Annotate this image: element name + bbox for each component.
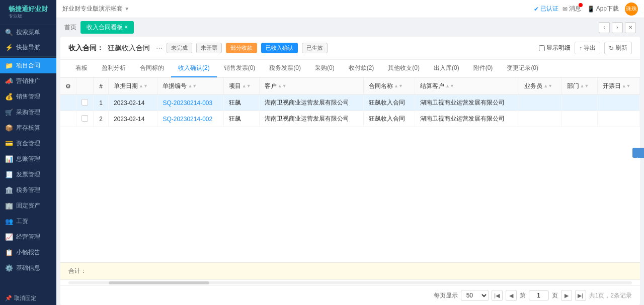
sidebar-item-marketing[interactable]: 📣 营销推广 bbox=[0, 73, 56, 89]
td-customer: 湖南卫视商业运营发展有限公司 bbox=[259, 111, 363, 127]
tab-sales-invoice[interactable]: 销售发票(0) bbox=[217, 60, 263, 77]
export-button[interactable]: ↑ 导出 bbox=[575, 42, 600, 54]
sort-contract-icon: ▲▼ bbox=[394, 84, 403, 88]
show-detail-checkbox[interactable] bbox=[539, 45, 545, 51]
refresh-button[interactable]: ↻ 刷新 bbox=[604, 42, 632, 54]
sidebar-item-inventory[interactable]: 📦 库存核算 bbox=[0, 120, 56, 136]
contract-title-label: 收入合同： bbox=[68, 44, 104, 53]
sidebar-item-fixed-assets[interactable]: 🏢 固定资产 bbox=[0, 198, 56, 214]
sidebar-item-label: 采购管理 bbox=[16, 108, 40, 117]
th-project[interactable]: 项目▲▼ bbox=[223, 78, 259, 95]
th-customer[interactable]: 客户▲▼ bbox=[259, 78, 363, 95]
horizontal-scrollbar[interactable] bbox=[60, 279, 640, 285]
th-date[interactable]: 单据日期▲▼ bbox=[109, 78, 157, 95]
sidebar-item-tax[interactable]: 🏛️ 税务管理 bbox=[0, 182, 56, 198]
unpin-icon: 📌 bbox=[5, 295, 12, 301]
operations-icon: 📈 bbox=[5, 233, 13, 241]
contract-kanban-tab-button[interactable]: 收入合同看板 × bbox=[80, 21, 134, 34]
breadcrumb-home[interactable]: 首页 bbox=[64, 23, 76, 32]
right-action-bar: 备注 bbox=[632, 148, 644, 158]
row-checkbox[interactable] bbox=[82, 115, 88, 122]
tab-other-income[interactable]: 其他收支(0) bbox=[381, 60, 427, 77]
td-contract-name: 狂飙收入合同 bbox=[364, 111, 415, 127]
td-salesperson bbox=[519, 95, 561, 111]
bill-no-link[interactable]: SQ-20230214-003 bbox=[163, 99, 212, 107]
per-page-label: 每页显示 bbox=[434, 291, 458, 300]
sidebar-item-search[interactable]: 🔍 搜索菜单 bbox=[0, 25, 56, 40]
tab-profit[interactable]: 盈利分析 bbox=[95, 60, 133, 77]
tab-payment[interactable]: 收付款(2) bbox=[342, 60, 381, 77]
status-partial-payment[interactable]: 部分收款 bbox=[226, 43, 257, 53]
user-avatar[interactable]: 珠珠 bbox=[625, 3, 638, 16]
company-dropdown-icon[interactable]: ▼ bbox=[124, 6, 129, 12]
tab-attachment[interactable]: 附件(0) bbox=[466, 60, 500, 77]
next-window-button[interactable]: › bbox=[612, 22, 623, 33]
th-settlement-customer[interactable]: 结算客户▲▼ bbox=[415, 78, 519, 95]
sidebar-item-sales[interactable]: 💰 销售管理 bbox=[0, 89, 56, 105]
per-page-select[interactable]: 20 50 100 bbox=[461, 290, 489, 301]
th-bill-no[interactable]: 单据编号▲▼ bbox=[157, 78, 223, 95]
status-not-invoiced[interactable]: 未开票 bbox=[196, 43, 222, 53]
td-department bbox=[561, 111, 597, 127]
company-selector[interactable]: 好业财专业版演示帐套 ▼ bbox=[62, 5, 530, 13]
row-checkbox[interactable] bbox=[82, 99, 88, 106]
tab-change-log[interactable]: 变更记录(0) bbox=[500, 60, 545, 77]
prev-page-button[interactable]: ◀ bbox=[506, 290, 517, 301]
bill-no-link[interactable]: SQ-20230214-002 bbox=[163, 116, 212, 123]
td-checkbox[interactable] bbox=[76, 111, 94, 127]
td-checkbox[interactable] bbox=[76, 95, 94, 111]
sidebar-item-procurement[interactable]: 🛒 采购管理 bbox=[0, 105, 56, 120]
pagination: 每页显示 20 50 100 |◀ ◀ 第 页 ▶ ▶| 共1页，2条记录 bbox=[60, 285, 640, 305]
show-detail-toggle[interactable]: 显示明细 bbox=[539, 44, 571, 52]
sidebar-item-project-contract[interactable]: 📁 项目合同 bbox=[0, 58, 56, 73]
next-page-button[interactable]: ▶ bbox=[561, 290, 572, 301]
project-icon: 📁 bbox=[5, 61, 13, 69]
tab-income-confirm[interactable]: 收入确认(2) bbox=[171, 60, 217, 77]
td-open-date bbox=[597, 111, 639, 127]
status-not-complete[interactable]: 未完成 bbox=[167, 43, 192, 53]
first-page-button[interactable]: |◀ bbox=[492, 290, 503, 301]
td-bill-no[interactable]: SQ-20230214-002 bbox=[157, 111, 223, 127]
sidebar-item-hr[interactable]: 👥 工资 bbox=[0, 214, 56, 229]
th-open-date[interactable]: 开票日▲▼ bbox=[597, 78, 639, 95]
tab-button-label: 收入合同看板 × bbox=[87, 23, 128, 32]
sidebar-unpin-button[interactable]: 📌 取消固定 bbox=[0, 291, 56, 305]
th-settings[interactable]: ⚙ bbox=[60, 78, 76, 95]
sort-settlement-icon: ▲▼ bbox=[445, 84, 454, 88]
prev-window-button[interactable]: ‹ bbox=[599, 22, 610, 33]
sidebar-item-capital[interactable]: 💳 资金管理 bbox=[0, 136, 56, 151]
th-department[interactable]: 部门▲▼ bbox=[561, 78, 597, 95]
status-income-confirmed[interactable]: 已收入确认 bbox=[261, 43, 298, 53]
sort-customer-icon: ▲▼ bbox=[278, 84, 287, 88]
tab-warehouse[interactable]: 出入库(0) bbox=[427, 60, 466, 77]
sidebar-item-label: 资金管理 bbox=[16, 139, 40, 148]
contract-name: 狂飙收入合同 bbox=[108, 44, 150, 53]
tab-tax-invoice[interactable]: 税务发票(0) bbox=[262, 60, 308, 77]
sidebar-item-quick-nav[interactable]: ⚡ 快捷导航 bbox=[0, 40, 56, 55]
sidebar-item-operations[interactable]: 📈 经营管理 bbox=[0, 229, 56, 245]
app-download-button[interactable]: 📱 App下载 bbox=[587, 5, 619, 13]
sidebar-item-invoice[interactable]: 🧾 发票管理 bbox=[0, 167, 56, 182]
reports-icon: 📋 bbox=[5, 248, 13, 256]
tab-contract-std[interactable]: 合同标的 bbox=[133, 60, 171, 77]
note-action-button[interactable]: 备注 bbox=[632, 148, 644, 158]
content-tabs: 看板 盈利分析 合同标的 收入确认(2) 销售发票(0) 税务发票(0) 采购(… bbox=[60, 60, 640, 78]
close-window-button[interactable]: ✕ bbox=[625, 22, 636, 33]
th-salesperson[interactable]: 业务员▲▼ bbox=[519, 78, 561, 95]
contract-header-actions: 显示明细 ↑ 导出 ↻ 刷新 bbox=[539, 42, 632, 54]
sidebar-item-general-ledger[interactable]: 📊 总账管理 bbox=[0, 151, 56, 167]
sidebar-item-basic-info[interactable]: ⚙️ 基础信息 bbox=[0, 260, 56, 276]
last-page-button[interactable]: ▶| bbox=[575, 290, 586, 301]
more-options-button[interactable]: ··· bbox=[156, 44, 163, 53]
topbar-right: ✉ 消息 📱 App下载 珠珠 bbox=[562, 3, 638, 16]
search-icon: 🔍 bbox=[5, 28, 13, 36]
td-num: 2 bbox=[94, 111, 109, 127]
page-number-input[interactable] bbox=[529, 290, 549, 300]
td-bill-no[interactable]: SQ-20230214-003 bbox=[157, 95, 223, 111]
tab-purchase[interactable]: 采购(0) bbox=[308, 60, 342, 77]
tab-kanban[interactable]: 看板 bbox=[68, 60, 95, 77]
status-in-effect[interactable]: 已生效 bbox=[302, 43, 328, 53]
sidebar-item-reports[interactable]: 📋 小畅报告 bbox=[0, 245, 56, 260]
message-button[interactable]: ✉ 消息 bbox=[562, 5, 581, 13]
th-contract-name[interactable]: 合同名称▲▼ bbox=[364, 78, 415, 95]
